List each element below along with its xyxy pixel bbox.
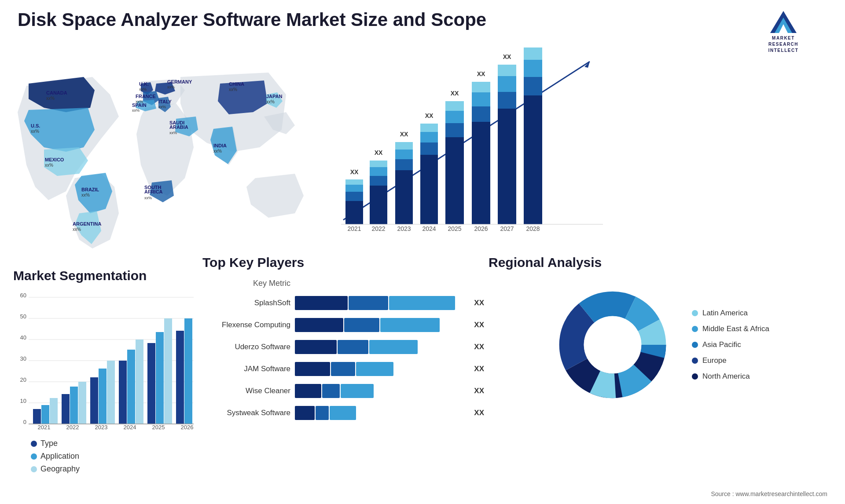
svg-rect-99 [33,409,41,424]
svg-text:XX: XX [375,149,383,156]
svg-text:BRAZIL: BRAZIL [81,187,99,192]
growth-chart-svg: XX 2021 XX 2022 XX 2023 XX 2024 XX 2025 [317,44,607,255]
svg-rect-117 [164,318,172,424]
growth-chart-section: XX 2021 XX 2022 XX 2023 XX 2024 XX 2025 [317,44,607,268]
legend-north-america: North America [692,372,769,381]
legend-latin-america-dot [692,310,698,316]
svg-text:xx%: xx% [45,163,53,168]
logo-icon [766,9,801,35]
svg-rect-107 [90,377,98,424]
uderzo-bar-3 [369,340,418,354]
svg-rect-36 [345,200,363,224]
legend-middle-east-dot [692,326,698,332]
svg-text:GERMANY: GERMANY [167,79,192,84]
legend-europe-dot [692,358,698,364]
player-name-wise: Wise Cleaner [202,387,290,395]
svg-text:ITALY: ITALY [158,99,172,104]
segmentation-title: Market Segmentation [13,268,198,283]
svg-text:40: 40 [20,334,26,341]
jam-bar-2 [331,362,355,376]
player-row-flexense: Flexense Computing XX [202,318,484,332]
svg-text:2021: 2021 [38,424,51,431]
svg-rect-111 [119,361,127,424]
svg-text:MEXICO: MEXICO [45,157,64,162]
svg-text:2026: 2026 [181,424,194,431]
legend-type-label: Type [40,439,58,448]
svg-rect-79 [524,76,542,95]
systweak-bar-1 [295,406,315,420]
svg-text:JAPAN: JAPAN [266,94,283,99]
svg-text:CHINA: CHINA [229,81,244,87]
svg-text:xx%: xx% [139,87,147,91]
donut-legend: Latin America Middle East & Africa Asia … [692,309,769,381]
splashsoft-bar-1 [295,296,348,310]
svg-rect-75 [498,65,516,76]
svg-text:2024: 2024 [124,424,136,431]
svg-point-128 [584,316,642,374]
svg-text:XX: XX [503,53,511,60]
svg-rect-39 [345,179,363,185]
logo-text-line1: MARKET [772,36,795,40]
svg-text:xx%: xx% [266,99,275,104]
svg-text:xx%: xx% [31,129,39,134]
svg-rect-55 [420,142,438,155]
legend-application-label: Application [40,452,79,461]
legend-europe: Europe [692,356,769,365]
svg-text:xx%: xx% [81,193,90,197]
svg-rect-120 [184,318,192,424]
key-players-section: Top Key Players Key Metric SplashSoft XX… [202,255,484,488]
legend-type-dot [31,441,37,447]
player-row-uderzo: Uderzo Software XX [202,340,484,354]
systweak-bar-3 [330,406,356,420]
legend-application: Application [31,452,198,461]
svg-rect-54 [420,154,438,224]
regional-analysis-section: Regional Analysis Latin America [489,255,832,488]
segmentation-chart-svg: 0 10 20 30 40 50 60 2021 2022 2023 [13,292,198,433]
source-text: Source : www.marketresearchintellect.com [711,490,827,497]
wise-xx: XX [474,387,484,395]
svg-text:2022: 2022 [66,424,79,431]
svg-text:0: 0 [23,419,26,425]
svg-rect-72 [498,108,516,224]
svg-text:xx%: xx% [229,87,237,92]
svg-text:CANADA: CANADA [46,90,67,95]
svg-rect-57 [420,124,438,132]
legend-asia-pacific-dot [692,342,698,348]
uderzo-bar-2 [338,340,368,354]
svg-text:XX: XX [529,44,537,45]
player-row-jam: JAM Software XX [202,362,484,376]
player-name-jam: JAM Software [202,365,290,373]
svg-rect-109 [107,361,115,424]
svg-text:2023: 2023 [397,225,411,232]
svg-rect-108 [99,369,107,424]
logo-text-line3: INTELLECT [768,48,799,53]
svg-text:2022: 2022 [371,225,385,232]
flexense-bar-3 [380,318,440,332]
jam-xx: XX [474,365,484,373]
key-players-title: Top Key Players [202,255,484,270]
regional-title: Regional Analysis [489,255,832,270]
logo-text-line2: RESEARCH [768,42,798,47]
svg-rect-49 [395,158,413,170]
svg-text:10: 10 [20,398,26,404]
legend-europe-label: Europe [702,356,727,365]
uderzo-bar-1 [295,340,337,354]
svg-text:SPAIN: SPAIN [132,102,147,108]
svg-rect-78 [524,95,542,224]
svg-text:xx%: xx% [158,105,166,109]
svg-text:AFRICA: AFRICA [144,189,163,194]
legend-asia-pacific-label: Asia Pacific [702,340,741,349]
flexense-bar [295,318,466,332]
svg-rect-73 [498,91,516,109]
svg-rect-48 [395,169,413,224]
svg-rect-101 [50,398,58,424]
logo: MARKET RESEARCH INTELLECT [739,9,827,54]
svg-text:xx%: xx% [132,108,140,113]
donut-chart-svg [551,283,674,406]
svg-rect-61 [445,122,464,137]
svg-text:XX: XX [451,90,459,97]
svg-text:XX: XX [477,70,485,77]
legend-middle-east-label: Middle East & Africa [702,325,769,333]
page-title: Disk Space Analyzer Software Market Size… [18,9,486,31]
svg-rect-62 [445,110,464,123]
